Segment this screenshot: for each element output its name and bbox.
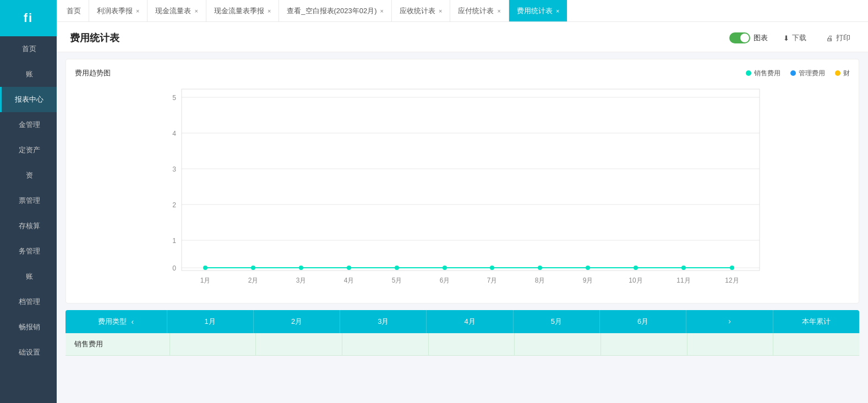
tab-profit-quarterly[interactable]: 利润表季报 × bbox=[89, 0, 148, 21]
tab-cashflow-quarterly[interactable]: 现金流量表季报 × bbox=[206, 0, 279, 21]
toggle-switch[interactable] bbox=[729, 32, 750, 43]
chart-svg: 5 4 3 2 1 0 bbox=[75, 84, 850, 292]
chart-header: 费用趋势图 销售费用 管理费用 财 bbox=[75, 68, 850, 78]
td-val-6 bbox=[601, 333, 687, 355]
tab-expense[interactable]: 费用统计表 × bbox=[509, 0, 567, 21]
svg-text:2: 2 bbox=[172, 201, 176, 209]
svg-text:10月: 10月 bbox=[629, 277, 642, 284]
legend-admin-label: 管理费用 bbox=[799, 69, 825, 78]
svg-point-23 bbox=[681, 266, 686, 270]
sidebar-item-account[interactable]: 账 bbox=[0, 62, 57, 87]
sidebar-item-fixed-assets[interactable]: 定资产 bbox=[0, 137, 57, 163]
svg-point-20 bbox=[538, 266, 542, 270]
th-col-4: 4月 bbox=[427, 310, 513, 333]
table-row: 销售费用 bbox=[65, 333, 859, 356]
tab-payable[interactable]: 应付统计表 × bbox=[450, 0, 509, 21]
print-button[interactable]: 🖨 打印 bbox=[822, 31, 855, 45]
tab-home[interactable]: 首页 bbox=[59, 0, 89, 21]
svg-rect-12 bbox=[182, 89, 760, 270]
th-col-1: 1月 bbox=[167, 310, 254, 333]
svg-text:11月: 11月 bbox=[676, 277, 690, 284]
nav-prev-icon[interactable]: ‹ bbox=[131, 317, 134, 326]
sidebar-item-file-management[interactable]: 档管理 bbox=[0, 289, 57, 314]
tab-receivable[interactable]: 应收统计表 × bbox=[392, 0, 450, 21]
sidebar-item-home[interactable]: 首页 bbox=[0, 36, 57, 62]
tab-cashflow-quarterly-label: 现金流量表季报 bbox=[214, 6, 264, 16]
svg-text:6月: 6月 bbox=[440, 277, 450, 284]
th-col-6: 6月 bbox=[600, 310, 686, 333]
th-col-2: 2月 bbox=[254, 310, 340, 333]
svg-text:9月: 9月 bbox=[583, 277, 593, 284]
th-type-label: 费用类型 bbox=[98, 317, 127, 327]
download-label: 下载 bbox=[792, 33, 806, 43]
chart-title: 费用趋势图 bbox=[75, 68, 111, 78]
close-icon[interactable]: × bbox=[556, 8, 559, 14]
chart-section: 费用趋势图 销售费用 管理费用 财 bbox=[65, 59, 859, 303]
svg-point-22 bbox=[634, 266, 638, 270]
svg-text:0: 0 bbox=[172, 264, 176, 272]
sidebar-item-fund-management[interactable]: 金管理 bbox=[0, 112, 57, 137]
legend-dot-sales bbox=[746, 70, 751, 76]
svg-text:3: 3 bbox=[172, 165, 176, 173]
download-button[interactable]: ⬇ 下载 bbox=[779, 31, 811, 45]
sidebar-item-basic-settings[interactable]: 础设置 bbox=[0, 340, 57, 365]
tab-profit-quarterly-label: 利润表季报 bbox=[97, 6, 133, 16]
close-icon[interactable]: × bbox=[439, 8, 442, 14]
svg-text:1: 1 bbox=[172, 237, 176, 245]
page-title: 费用统计表 bbox=[70, 31, 119, 45]
legend-finance-label: 财 bbox=[843, 69, 850, 78]
sidebar-item-sub-account[interactable]: 账 bbox=[0, 264, 57, 289]
svg-text:4月: 4月 bbox=[344, 277, 354, 284]
svg-text:7月: 7月 bbox=[487, 277, 498, 284]
legend-sales: 销售费用 bbox=[746, 69, 780, 78]
tab-expense-label: 费用统计表 bbox=[517, 6, 553, 16]
tab-payable-label: 应付统计表 bbox=[458, 6, 494, 16]
td-val-4 bbox=[429, 333, 515, 355]
close-icon[interactable]: × bbox=[136, 8, 139, 14]
sidebar-item-report-center[interactable]: 报表中心 bbox=[0, 87, 57, 112]
svg-point-17 bbox=[395, 266, 399, 270]
close-icon[interactable]: × bbox=[268, 8, 271, 14]
td-val-2 bbox=[256, 333, 342, 355]
chart-toggle[interactable]: 图表 bbox=[729, 32, 768, 43]
legend-sales-label: 销售费用 bbox=[754, 69, 780, 78]
legend-finance: 财 bbox=[835, 69, 850, 78]
td-val-ytd bbox=[773, 333, 859, 355]
sidebar-item-bill-management[interactable]: 票管理 bbox=[0, 188, 57, 213]
th-col-5: 5月 bbox=[514, 310, 600, 333]
td-val-3 bbox=[342, 333, 429, 355]
svg-text:12月: 12月 bbox=[725, 277, 739, 284]
svg-text:5月: 5月 bbox=[392, 277, 402, 284]
close-icon[interactable]: × bbox=[380, 8, 384, 14]
tab-blank-report[interactable]: 查看_空白报表(2023年02月) × bbox=[279, 0, 392, 21]
print-icon: 🖨 bbox=[826, 34, 833, 42]
content-area: 费用统计表 图表 ⬇ 下载 🖨 打印 费用趋势图 bbox=[57, 22, 868, 403]
sidebar-logo: fi bbox=[0, 0, 57, 36]
svg-point-16 bbox=[347, 266, 351, 270]
svg-text:2月: 2月 bbox=[248, 277, 259, 284]
chart-container: 5 4 3 2 1 0 bbox=[75, 84, 850, 294]
sidebar-item-loan[interactable]: 资 bbox=[0, 163, 57, 188]
close-icon[interactable]: × bbox=[194, 8, 198, 14]
nav-next-icon[interactable]: › bbox=[728, 317, 731, 325]
tab-blank-report-label: 查看_空白报表(2023年02月) bbox=[287, 6, 376, 16]
legend-dot-admin bbox=[790, 70, 796, 76]
tab-home-label: 首页 bbox=[67, 6, 81, 16]
td-type: 销售费用 bbox=[65, 333, 170, 355]
sidebar-item-service-management[interactable]: 务管理 bbox=[0, 239, 57, 264]
th-type: 费用类型 ‹ bbox=[65, 310, 167, 333]
close-icon[interactable]: × bbox=[497, 8, 500, 14]
sidebar-item-expense-report[interactable]: 畅报销 bbox=[0, 314, 57, 340]
th-nav-next[interactable]: › bbox=[686, 310, 773, 333]
tab-cashflow[interactable]: 现金流量表 × bbox=[148, 0, 206, 21]
svg-point-18 bbox=[443, 266, 447, 270]
page-header: 费用统计表 图表 ⬇ 下载 🖨 打印 bbox=[57, 22, 868, 52]
svg-text:5: 5 bbox=[172, 94, 176, 102]
sidebar-item-inventory[interactable]: 存核算 bbox=[0, 213, 57, 239]
svg-point-19 bbox=[490, 266, 494, 270]
table-header-row: 费用类型 ‹ 1月 2月 3月 4月 5月 6月 › 本年累计 bbox=[65, 310, 859, 333]
download-icon: ⬇ bbox=[783, 34, 789, 42]
td-nav-placeholder bbox=[687, 333, 774, 355]
svg-text:4: 4 bbox=[172, 130, 176, 137]
td-val-1 bbox=[170, 333, 256, 355]
